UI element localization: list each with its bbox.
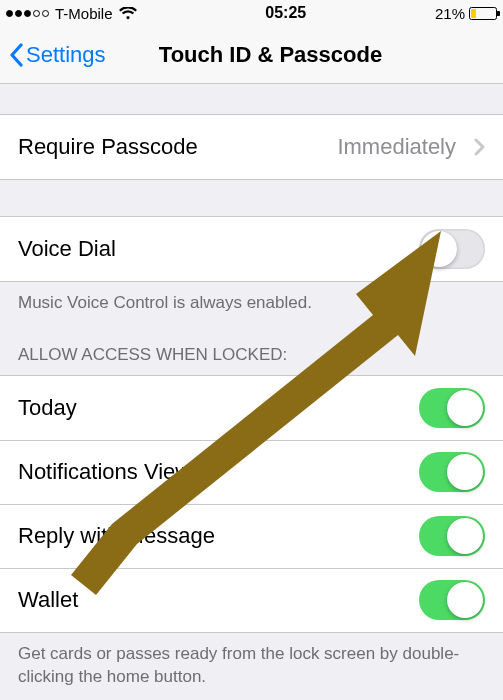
wifi-icon (119, 7, 137, 20)
status-left: T-Mobile (6, 5, 137, 22)
group-voice-dial: Voice Dial (0, 216, 503, 282)
row-voice-dial: Voice Dial (0, 217, 503, 281)
status-bar: T-Mobile 05:25 21% (0, 0, 503, 26)
allow-access-header: ALLOW ACCESS WHEN LOCKED: (0, 345, 503, 375)
wallet-label: Wallet (18, 587, 407, 613)
toggle-knob (447, 390, 483, 426)
voice-dial-toggle[interactable] (419, 229, 485, 269)
today-label: Today (18, 395, 407, 421)
group-allow-access: Today Notifications View Reply with Mess… (0, 375, 503, 633)
require-passcode-label: Require Passcode (18, 134, 325, 160)
chevron-right-icon (474, 138, 485, 156)
nav-bar: Settings Touch ID & Passcode (0, 26, 503, 84)
group-require-passcode: Require Passcode Immediately (0, 114, 503, 180)
status-right: 21% (435, 5, 497, 22)
battery-icon (469, 7, 497, 20)
back-button[interactable]: Settings (8, 42, 106, 68)
voice-dial-footer: Music Voice Control is always enabled. (0, 282, 503, 327)
toggle-knob (447, 454, 483, 490)
battery-percent: 21% (435, 5, 465, 22)
row-notifications-view: Notifications View (0, 440, 503, 504)
allow-access-footer: Get cards or passes ready from the lock … (0, 633, 503, 700)
signal-strength-icon (6, 10, 49, 17)
clock: 05:25 (265, 4, 306, 22)
toggle-knob (447, 582, 483, 618)
require-passcode-value: Immediately (337, 134, 456, 160)
back-label: Settings (26, 42, 106, 68)
row-reply-with-message: Reply with Message (0, 504, 503, 568)
wallet-toggle[interactable] (419, 580, 485, 620)
reply-with-message-toggle[interactable] (419, 516, 485, 556)
today-toggle[interactable] (419, 388, 485, 428)
row-require-passcode[interactable]: Require Passcode Immediately (0, 115, 503, 179)
chevron-left-icon (8, 43, 24, 67)
carrier-label: T-Mobile (55, 5, 113, 22)
notifications-view-label: Notifications View (18, 459, 407, 485)
reply-with-message-label: Reply with Message (18, 523, 407, 549)
row-today: Today (0, 376, 503, 440)
content: Require Passcode Immediately Voice Dial … (0, 84, 503, 700)
row-wallet: Wallet (0, 568, 503, 632)
notifications-view-toggle[interactable] (419, 452, 485, 492)
battery-fill (471, 9, 476, 18)
voice-dial-label: Voice Dial (18, 236, 407, 262)
toggle-knob (447, 518, 483, 554)
toggle-knob (421, 231, 457, 267)
